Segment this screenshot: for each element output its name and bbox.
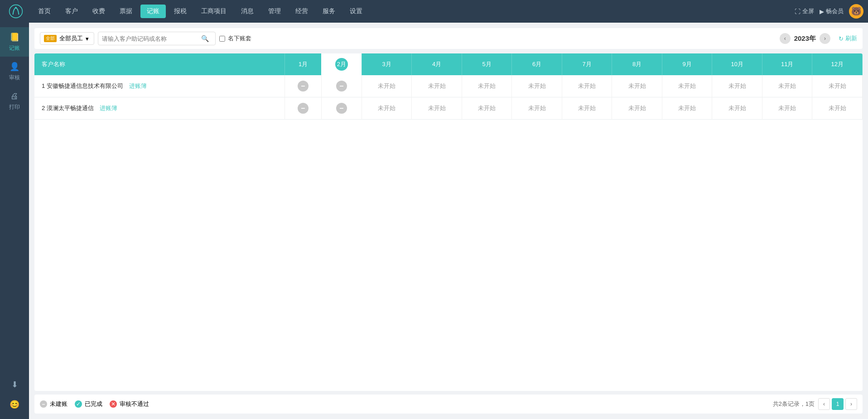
status-cell-6: 未开始 xyxy=(512,97,562,120)
prev-year-button[interactable]: ‹ xyxy=(780,33,791,44)
nav-item-business[interactable]: 工商项目 xyxy=(195,5,233,18)
client-name: 漠澜太平畅捷通信 xyxy=(47,105,94,111)
sidebar-item-print-label: 打印 xyxy=(9,103,20,111)
status-not-started: 未开始 xyxy=(528,105,546,111)
status-cell-7: 未开始 xyxy=(562,75,612,97)
next-year-button[interactable]: › xyxy=(820,33,830,44)
total-records: 共2条记录，1页 xyxy=(773,400,815,408)
nav-item-bookkeeping[interactable]: 记账 xyxy=(140,5,166,18)
client-name-cell: 1 安徽畅捷通信息技术有限公司 进账簿 xyxy=(34,75,285,97)
nav-item-message[interactable]: 消息 xyxy=(235,5,260,18)
avatar[interactable]: 🐻 xyxy=(849,4,863,19)
year-display: 2023年 xyxy=(794,34,816,43)
legend-rejected-label: 审核不通过 xyxy=(120,400,149,408)
sidebar-item-download[interactable]: ⬇ xyxy=(0,375,29,395)
col-header-mar: 3月 xyxy=(362,53,412,75)
refresh-button[interactable]: ↻ 刷新 xyxy=(839,34,857,43)
nav-item-settings[interactable]: 设置 xyxy=(343,5,369,18)
prev-page-button[interactable]: ‹ xyxy=(818,398,830,410)
sub-account-checkbox-label[interactable]: 名下账套 xyxy=(219,34,251,43)
col-header-oct: 10月 xyxy=(712,53,762,75)
search-input[interactable] xyxy=(102,35,196,42)
status-cell-10: 未开始 xyxy=(712,75,762,97)
bookkeeping-icon: 📒 xyxy=(9,32,20,43)
sub-account-checkbox[interactable] xyxy=(219,36,225,42)
pagination-area: 共2条记录，1页 ‹ 1 › xyxy=(773,398,857,410)
status-cell-6: 未开始 xyxy=(512,75,562,97)
status-cell-10: 未开始 xyxy=(712,97,762,120)
status-cell-7: 未开始 xyxy=(562,97,612,120)
search-bar: 🔍 xyxy=(98,32,216,45)
top-nav: 首页 客户 收费 票据 记账 报税 工商项目 消息 管理 经营 服务 设置 ⛶ … xyxy=(0,0,868,23)
nav-item-invoice[interactable]: 票据 xyxy=(113,5,139,18)
nav-item-operations[interactable]: 经营 xyxy=(289,5,314,18)
legend-not-created-icon: – xyxy=(40,400,47,408)
status-dash-icon: – xyxy=(298,81,309,92)
status-not-started: 未开始 xyxy=(829,82,846,89)
status-not-started: 未开始 xyxy=(778,105,796,111)
col-header-sep: 9月 xyxy=(662,53,712,75)
nav-item-fee[interactable]: 收费 xyxy=(86,5,111,18)
table-row: 1 安徽畅捷通信息技术有限公司 进账簿––未开始未开始未开始未开始未开始未开始未… xyxy=(34,75,863,97)
svg-point-0 xyxy=(10,5,23,18)
nav-item-home[interactable]: 首页 xyxy=(32,5,57,18)
sidebar-item-audit[interactable]: 👤 审核 xyxy=(0,57,29,86)
status-cell-4: 未开始 xyxy=(412,97,462,120)
search-button[interactable]: 🔍 xyxy=(198,34,212,43)
user-smile-icon: 😊 xyxy=(9,399,20,410)
status-cell-3: 未开始 xyxy=(362,97,412,120)
legend-rejected: ✕ 审核不通过 xyxy=(110,400,149,408)
nav-item-tax[interactable]: 报税 xyxy=(168,5,193,18)
status-cell-1: – xyxy=(285,75,322,97)
legend-not-created-label: 未建账 xyxy=(50,400,68,408)
status-not-started: 未开始 xyxy=(378,82,395,89)
col-header-name: 客户名称 xyxy=(34,53,285,75)
main-layout: 📒 记账 👤 审核 🖨 打印 ⬇ 😊 全部 全部员工 ▾ xyxy=(0,23,868,419)
member-label: 畅会员 xyxy=(826,7,844,15)
employee-select[interactable]: 全部 全部员工 ▾ xyxy=(40,32,94,45)
fullscreen-button[interactable]: ⛶ 全屏 xyxy=(795,7,814,15)
status-cell-2: – xyxy=(321,75,362,97)
svg-point-1 xyxy=(15,7,17,9)
nav-item-service[interactable]: 服务 xyxy=(316,5,342,18)
nav-item-client[interactable]: 客户 xyxy=(59,5,84,18)
chevron-down-icon: ▾ xyxy=(86,35,89,42)
enter-ledger-link[interactable]: 进账簿 xyxy=(100,105,117,111)
sidebar-item-print[interactable]: 🖨 打印 xyxy=(0,86,29,116)
download-icon: ⬇ xyxy=(9,379,20,390)
col-header-feb: 2月 xyxy=(321,53,362,75)
status-cell-8: 未开始 xyxy=(612,97,662,120)
employee-select-icon: 全部 xyxy=(44,35,57,42)
page-1-button[interactable]: 1 xyxy=(832,398,844,410)
legend-completed: ✓ 已完成 xyxy=(75,400,102,408)
nav-item-management[interactable]: 管理 xyxy=(262,5,287,18)
sidebar-item-audit-label: 审核 xyxy=(9,74,20,82)
member-button[interactable]: ▶ 畅会员 xyxy=(820,7,844,15)
status-not-started: 未开始 xyxy=(578,82,596,89)
content: 全部 全部员工 ▾ 🔍 名下账套 ‹ 2023年 › ↻ 刷新 xyxy=(29,23,868,419)
status-not-started: 未开始 xyxy=(478,82,496,89)
footer: – 未建账 ✓ 已完成 ✕ 审核不通过 共2条记录，1页 ‹ 1 › xyxy=(34,395,863,414)
status-not-started: 未开始 xyxy=(478,105,496,111)
status-cell-5: 未开始 xyxy=(462,97,512,120)
status-not-started: 未开始 xyxy=(628,82,646,89)
status-cell-9: 未开始 xyxy=(662,75,712,97)
year-nav: ‹ 2023年 › xyxy=(780,33,830,44)
sidebar-item-user[interactable]: 😊 xyxy=(0,395,29,414)
status-cell-4: 未开始 xyxy=(412,75,462,97)
legend-completed-icon: ✓ xyxy=(75,400,82,408)
status-cell-8: 未开始 xyxy=(612,75,662,97)
table-row: 2 漠澜太平畅捷通信 进账簿––未开始未开始未开始未开始未开始未开始未开始未开始… xyxy=(34,97,863,120)
enter-ledger-link[interactable]: 进账簿 xyxy=(129,82,147,89)
main-table: 客户名称 1月 2月 3月 4月 5月 6月 7月 8月 9月 10月 11月 xyxy=(34,53,863,120)
sidebar-item-bookkeeping[interactable]: 📒 记账 xyxy=(0,27,29,57)
refresh-icon: ↻ xyxy=(839,35,844,42)
row-index: 2 xyxy=(42,105,45,111)
status-cell-5: 未开始 xyxy=(462,75,512,97)
legend-rejected-icon: ✕ xyxy=(110,400,117,408)
col-header-apr: 4月 xyxy=(412,53,462,75)
status-not-started: 未开始 xyxy=(428,82,446,89)
next-page-button[interactable]: › xyxy=(845,398,857,410)
client-name-cell: 2 漠澜太平畅捷通信 进账簿 xyxy=(34,97,285,120)
status-dash-icon: – xyxy=(298,103,309,114)
